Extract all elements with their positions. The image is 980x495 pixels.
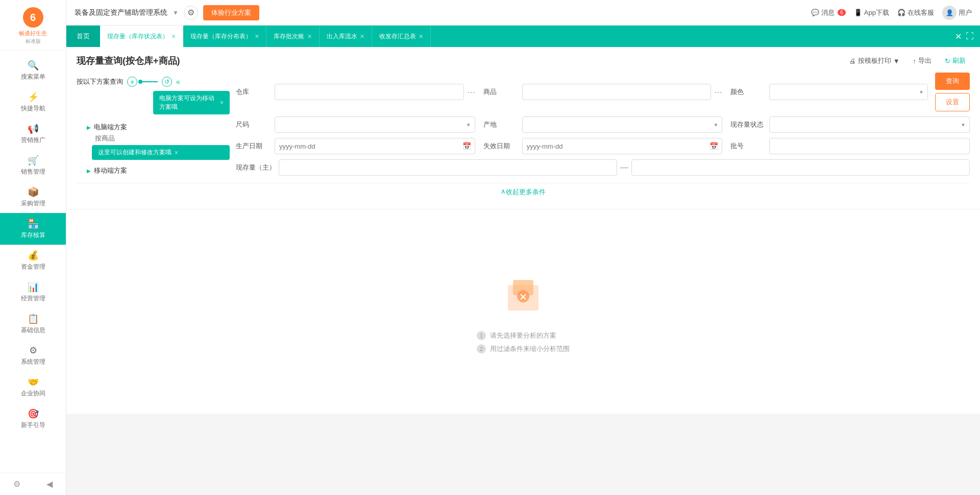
tab-home[interactable]: 首页 <box>66 26 100 47</box>
online-support-item[interactable]: 🎧 在线客服 <box>897 8 934 17</box>
phone-icon: 📱 <box>854 9 862 16</box>
system-icon: ⚙ <box>28 345 39 356</box>
filter-label: 按以下方案查询 <box>77 77 123 86</box>
collapse-button[interactable]: ∧ 收起更多条件 <box>77 183 970 201</box>
version-tag: 标准版 <box>26 38 41 45</box>
top-header: 装备及固定资产辅助管理系统 ▼ ⚙ 体验行业方案 💬 消息 6 📱 App下载 … <box>66 0 980 26</box>
purchase-icon: 📦 <box>28 186 39 198</box>
color-select[interactable] <box>769 84 928 100</box>
sidebar-item-search[interactable]: 🔍 搜索菜单 <box>0 55 66 86</box>
sidebar-item-management[interactable]: 📊 经营管理 <box>0 276 66 308</box>
export-button[interactable]: ↑ 导出 <box>909 54 936 67</box>
tab-inventory-status[interactable]: 现存量（库存状况表） × <box>100 26 183 47</box>
company-name: 畅通好生意 <box>19 30 47 37</box>
sidebar-item-sales[interactable]: 🛒 销售管理 <box>0 150 66 181</box>
tab-close-batch-ledger[interactable]: × <box>307 32 311 40</box>
user-item[interactable]: 👤 用户 <box>942 6 972 20</box>
sidebar-item-marketing[interactable]: 📢 营销推广 <box>0 118 66 150</box>
tab-summary[interactable]: 收发存汇总表 × <box>372 26 431 47</box>
page-actions: 🖨 按模板打印 ▼ ↑ 导出 ↻ 刷新 <box>845 54 970 67</box>
sidebar-item-guide[interactable]: 🎯 新手引导 <box>0 403 66 435</box>
main-area: 装备及固定资产辅助管理系统 ▼ ⚙ 体验行业方案 💬 消息 6 📱 App下载 … <box>66 0 980 495</box>
sidebar-item-inventory[interactable]: 🏪 库存核算 <box>0 213 66 245</box>
sidebar-item-system[interactable]: ⚙ 系统管理 <box>0 340 66 371</box>
stock-main-input-to[interactable] <box>631 159 970 176</box>
sidebar-item-quick-nav-label: 快捷导航 <box>21 104 45 113</box>
settings-button[interactable]: ⚙ <box>184 6 198 20</box>
stock-main-input-from[interactable] <box>279 159 617 176</box>
tab-in-out-flow[interactable]: 出入库流水 × <box>320 26 372 47</box>
empty-step-1: 1 请先选择要分析的方案 <box>477 331 570 340</box>
production-date-input[interactable] <box>275 138 475 154</box>
tab-inventory-dist[interactable]: 现存量（库存分布表） × <box>183 26 266 47</box>
origin-chevron-icon: ▼ <box>713 122 718 128</box>
origin-select[interactable] <box>522 116 723 133</box>
page-title: 现存量查询(按仓库+商品) <box>77 55 180 67</box>
system-name: 装备及固定资产辅助管理系统 <box>75 8 167 17</box>
settings-bottom-icon[interactable]: ⚙ <box>13 479 20 489</box>
refresh-label: 刷新 <box>952 56 966 65</box>
tab-fullscreen-icon[interactable]: ⛶ <box>966 32 974 41</box>
filter-back-button[interactable]: « <box>176 78 180 86</box>
system-dropdown-icon[interactable]: ▼ <box>173 9 179 16</box>
filter-header: 按以下方案查询 + ↺ « <box>77 73 230 91</box>
warehouse-dots[interactable]: ⋯ <box>467 87 475 97</box>
set-button[interactable]: 设置 <box>935 93 970 111</box>
connector-line-1 <box>142 81 158 82</box>
production-date-label: 生产日期 <box>236 142 272 151</box>
sidebar-item-quick-nav[interactable]: ⚡ 快捷导航 <box>0 86 66 118</box>
tooltip2-close[interactable]: × <box>175 149 178 156</box>
scheme-sub-label: 按商品 <box>95 134 115 142</box>
scheme-sub-item[interactable]: 按商品 <box>77 134 230 145</box>
sidebar-item-purchase[interactable]: 📦 采购管理 <box>0 181 66 213</box>
app-download-item[interactable]: 📱 App下载 <box>854 8 889 17</box>
goods-label: 商品 <box>483 87 519 97</box>
filter-add-button[interactable]: + <box>127 77 137 87</box>
filter-batch: 批号 <box>730 138 970 154</box>
collapse-sidebar-icon[interactable]: ◀ <box>46 479 53 489</box>
page-header: 现存量查询(按仓库+商品) 🖨 按模板打印 ▼ ↑ 导出 ↻ 刷新 <box>66 47 980 73</box>
tab-close-inventory-status[interactable]: × <box>172 32 176 40</box>
base-info-icon: 📋 <box>28 313 39 324</box>
tab-batch-ledger[interactable]: 库存批次账 × <box>266 26 319 47</box>
tab-close-in-out-flow[interactable]: × <box>360 32 364 40</box>
sidebar-item-base-info[interactable]: 📋 基础信息 <box>0 308 66 340</box>
size-select[interactable] <box>275 116 475 133</box>
app-download-label: App下载 <box>864 8 889 17</box>
tab-home-label: 首页 <box>77 32 90 41</box>
user-avatar: 👤 <box>942 6 957 20</box>
sidebar-item-finance[interactable]: 💰 资金管理 <box>0 245 66 276</box>
range-separator: — <box>620 163 628 172</box>
inventory-icon: 🏪 <box>28 218 39 229</box>
batch-input[interactable] <box>769 138 970 154</box>
tooltip1-close[interactable]: × <box>220 99 224 106</box>
logo-area: 6 畅通好生意 标准版 <box>0 0 66 51</box>
collab-icon: 🤝 <box>28 376 39 388</box>
search-button[interactable]: 查询 <box>935 73 970 90</box>
stock-status-select[interactable] <box>769 116 970 133</box>
scheme-item-desktop[interactable]: ▶ 电脑端方案 <box>77 121 230 134</box>
expiry-date-input[interactable] <box>522 138 723 154</box>
tab-close-inventory-dist[interactable]: × <box>255 32 259 40</box>
messages-item[interactable]: 💬 消息 6 <box>811 8 846 17</box>
refresh-icon: ↻ <box>945 57 950 65</box>
refresh-button[interactable]: ↻ 刷新 <box>941 54 970 67</box>
filter-refresh-button[interactable]: ↺ <box>162 77 172 87</box>
sidebar-nav: 🔍 搜索菜单 ⚡ 快捷导航 📢 营销推广 🛒 销售管理 📦 采购管理 🏪 库存核… <box>0 51 66 473</box>
goods-dots[interactable]: ⋯ <box>714 87 722 97</box>
goods-input[interactable] <box>522 84 712 100</box>
print-button[interactable]: 🖨 按模板打印 ▼ <box>845 54 904 67</box>
scheme-mobile-label: 移动端方案 <box>94 166 127 175</box>
expiry-date-label: 失效日期 <box>483 142 519 151</box>
tab-close-summary[interactable]: × <box>419 32 423 40</box>
warehouse-input[interactable] <box>275 84 464 100</box>
user-label: 用户 <box>959 8 972 17</box>
tab-close-all-icon[interactable]: ✕ <box>955 32 962 41</box>
sidebar-item-search-label: 搜索菜单 <box>21 73 45 81</box>
scheme-item-mobile[interactable]: ▶ 移动端方案 <box>77 164 230 177</box>
page-content: 现存量查询(按仓库+商品) 🖨 按模板打印 ▼ ↑ 导出 ↻ 刷新 <box>66 47 980 495</box>
empty-state: 1 请先选择要分析的方案 2 用过滤条件来缩小分析范围 <box>66 209 980 414</box>
sidebar-item-collab[interactable]: 🤝 企业协同 <box>0 371 66 403</box>
trial-button[interactable]: 体验行业方案 <box>203 5 259 20</box>
tab-bar-right: ✕ ⛶ <box>955 26 980 47</box>
